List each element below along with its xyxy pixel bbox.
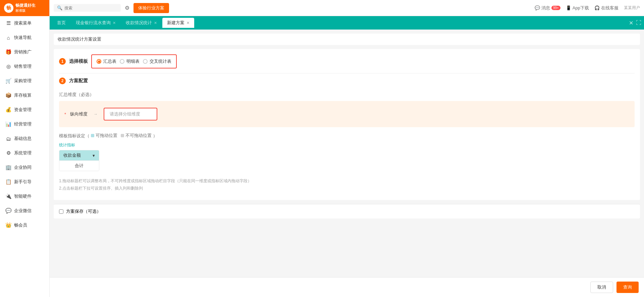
system-icon: ⚙	[5, 150, 11, 156]
tab-collection-stats-close-icon[interactable]: ✕	[154, 21, 157, 25]
topbar-right: 💬 消息 99+ 📱 App下载 🎧 在线客服 某某用户	[535, 5, 640, 11]
sidebar-item-sales[interactable]: ◎ 销售管理	[0, 59, 49, 74]
sidebar-item-system[interactable]: ⚙ 系统管理	[0, 146, 49, 160]
divider1	[59, 73, 635, 73]
tab-home[interactable]: 首页	[52, 18, 70, 28]
topbar: 🔍 ⚙ 体验行业方案 💬 消息 99+ 📱 App下载 🎧 在线客服 某某用户	[50, 0, 644, 16]
page-title: 收款情况统计方案设置	[54, 34, 640, 45]
template-selection-box: 汇总表 明细表 交叉统计表	[91, 54, 177, 68]
required-star: *	[64, 112, 66, 117]
metrics-header-label: 收款金额	[63, 152, 81, 158]
purchase-icon: 🛒	[5, 78, 11, 84]
step2-number: 2	[59, 78, 66, 84]
save-area: 方案保存（可选）	[54, 204, 640, 218]
sidebar-item-label: 经营管理	[14, 121, 32, 127]
sidebar-item-inventory[interactable]: 📦 库存核算	[0, 88, 49, 103]
message-label: 消息	[541, 5, 550, 11]
radio-cross[interactable]: 交叉统计表	[143, 58, 171, 64]
tab-expand-icon[interactable]: ⛶	[636, 20, 641, 26]
sidebar-item-label: 企业微信	[14, 208, 32, 214]
radio-detail-label: 明细表	[126, 58, 140, 64]
sidebar-item-member[interactable]: 👑 畅会员	[0, 218, 49, 233]
sidebar-item-label: 基础信息	[14, 136, 32, 142]
cancel-button[interactable]: 取消	[590, 282, 613, 293]
sidebar-item-basic-info[interactable]: 🗂 基础信息	[0, 132, 49, 146]
tab-bank-flow[interactable]: 现金银行流水查询 ✕	[71, 18, 120, 28]
search-menu-icon: ☰	[5, 20, 11, 26]
member-icon: 👑	[5, 222, 11, 228]
finance-icon: 💰	[5, 107, 11, 113]
step2-header: 2 方案配置	[59, 78, 635, 84]
sidebar-item-label: 销售管理	[14, 63, 32, 69]
tab-new-plan-label: 新建方案	[167, 20, 184, 26]
tab-bank-flow-close-icon[interactable]: ✕	[113, 21, 116, 25]
logo-icon: 畅	[4, 3, 13, 13]
sidebar-item-smart-hw[interactable]: 🔌 智能硬件	[0, 189, 49, 204]
metrics-section: 模板指标设定（ 可拖动位置 不可拖动位置 ） 统计指标	[59, 133, 635, 172]
sidebar-item-search-menu[interactable]: ☰ 搜索菜单	[0, 16, 49, 31]
guide-icon: 📋	[5, 179, 11, 185]
operations-icon: 📊	[5, 121, 11, 127]
config-card: 1 选择模板 汇总表 明细表	[54, 49, 640, 200]
metrics-group-title: 统计指标	[59, 142, 635, 148]
metrics-dropdown-icon[interactable]: ▾	[93, 153, 95, 158]
radio-cross-circle	[143, 59, 148, 64]
step2-title: 方案配置	[69, 78, 88, 84]
app-download-button[interactable]: 📱 App下载	[566, 5, 589, 11]
service-label: 在线客服	[601, 5, 619, 11]
legend-fixed-swatch	[121, 134, 124, 137]
radio-detail[interactable]: 明细表	[120, 58, 140, 64]
inventory-icon: 📦	[5, 92, 11, 98]
search-box[interactable]: 🔍	[54, 4, 121, 12]
industry-solution-button[interactable]: 体验行业方案	[133, 3, 169, 13]
radio-summary[interactable]: 汇总表	[97, 58, 116, 64]
basic-info-icon: 🗂	[5, 136, 11, 142]
footer: 取消 查询	[50, 277, 644, 297]
sidebar-item-quick-nav[interactable]: ⌂ 快速导航	[0, 31, 49, 45]
sidebar-item-weixin[interactable]: 💬 企业微信	[0, 204, 49, 218]
smart-hw-icon: 🔌	[5, 193, 11, 199]
legend-movable-label: 可拖动位置	[96, 133, 117, 139]
tabbar: 首页 现金银行流水查询 ✕ 收款情况统计 ✕ 新建方案 ✕ ✕ ⛶	[50, 16, 644, 30]
marketing-icon: 🎁	[5, 49, 11, 55]
legend-fixed-label: 不可拖动位置	[125, 133, 152, 139]
tab-new-plan[interactable]: 新建方案 ✕	[162, 18, 194, 28]
tips-section: 1.拖动标题栏可以调整布局，不可跨维度或指标区域拖动栏目字段（只能在同一维度或指…	[59, 178, 635, 192]
logo-text: 畅捷通好生	[15, 3, 36, 8]
tip-2: 2.点击标题栏下拉可设置排序、插入列和删除列	[59, 185, 635, 192]
tab-collection-stats[interactable]: 收款情况统计 ✕	[121, 18, 162, 28]
gear-icon[interactable]: ⚙	[125, 5, 129, 11]
sidebar-item-purchase[interactable]: 🛒 采购管理	[0, 74, 49, 88]
legend-movable-swatch	[91, 134, 94, 137]
sidebar-item-enterprise[interactable]: 🏢 企业协同	[0, 160, 49, 175]
sidebar-item-finance[interactable]: 💰 资金管理	[0, 103, 49, 117]
sidebar-item-marketing[interactable]: 🎁 营销推广	[0, 45, 49, 59]
app-label: App下载	[573, 5, 589, 11]
service-icon: 🎧	[594, 5, 600, 10]
dimension-section-title: 汇总维度（必选）	[59, 92, 635, 98]
sidebar-item-label: 企业协同	[14, 164, 32, 170]
main-area: 🔍 ⚙ 体验行业方案 💬 消息 99+ 📱 App下载 🎧 在线客服 某某用户 …	[50, 0, 644, 297]
search-input[interactable]	[64, 6, 115, 10]
metrics-table-row: 合计	[59, 160, 99, 171]
message-button[interactable]: 💬 消息 99+	[535, 5, 560, 11]
tab-home-label: 首页	[57, 20, 66, 26]
tab-close-all-icon[interactable]: ✕	[629, 20, 633, 26]
save-label: 方案保存（可选）	[66, 208, 101, 214]
config-area: 汇总维度（必选） * 纵向维度 → 请选择分组维度 模板指标设定（ 可拖动位置	[59, 89, 635, 195]
sidebar-item-label: 采购管理	[14, 78, 32, 84]
metrics-table-header: 收款金额 ▾	[59, 150, 99, 160]
tab-new-plan-close-icon[interactable]: ✕	[186, 21, 190, 25]
sidebar-item-operations[interactable]: 📊 经营管理	[0, 117, 49, 132]
step1-number: 1	[59, 58, 66, 65]
sidebar-item-label: 畅会员	[14, 222, 27, 228]
radio-summary-circle	[97, 59, 101, 64]
sidebar-item-label: 资金管理	[14, 107, 32, 113]
sidebar-item-label: 库存核算	[14, 92, 32, 98]
sidebar-item-guide[interactable]: 📋 新手引导	[0, 175, 49, 189]
quick-nav-icon: ⌂	[5, 35, 11, 41]
save-checkbox[interactable]	[59, 209, 63, 214]
query-button[interactable]: 查询	[616, 282, 639, 293]
online-service-button[interactable]: 🎧 在线客服	[594, 5, 619, 11]
dimension-dropdown[interactable]: 请选择分组维度	[104, 108, 157, 120]
